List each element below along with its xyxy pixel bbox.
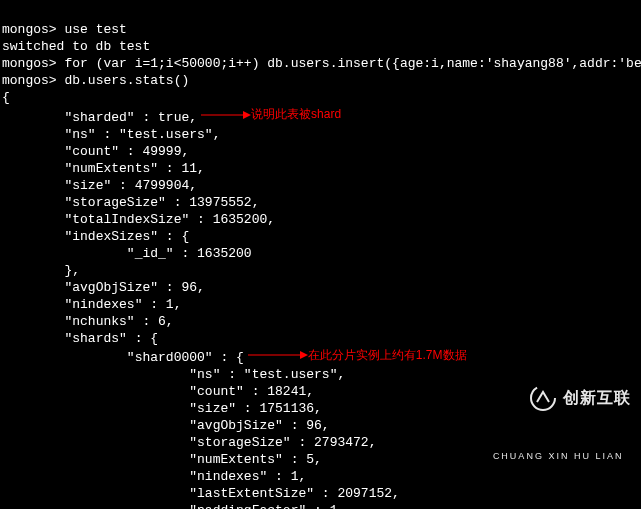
shard-storageSize: "storageSize" : 2793472, bbox=[189, 435, 376, 450]
stat-totalIndexSize: "totalIndexSize" : 1635200, bbox=[64, 212, 275, 227]
svg-marker-3 bbox=[300, 351, 308, 359]
annotation-sharded: 说明此表被shard bbox=[251, 106, 341, 123]
stat-storageSize: "storageSize" : 13975552, bbox=[64, 195, 259, 210]
stat-sharded-key: "sharded" bbox=[64, 110, 134, 125]
arrow-icon bbox=[201, 109, 251, 121]
watermark-logo: 创新互联 CHUANG XIN HU LIAN bbox=[493, 350, 631, 499]
shard-numExtents: "numExtents" : 5, bbox=[189, 452, 322, 467]
stat-shard0000-open: "shard0000" : { bbox=[127, 350, 244, 365]
shard-ns: "ns" : "test.users", bbox=[189, 367, 345, 382]
stat-indexSizes-id: "_id_" : 1635200 bbox=[127, 246, 252, 261]
svg-point-4 bbox=[531, 386, 555, 410]
cmd-use: use test bbox=[64, 22, 126, 37]
prompt: mongos> bbox=[2, 56, 57, 71]
prompt: mongos> bbox=[2, 73, 57, 88]
logo-icon bbox=[507, 367, 557, 433]
annotation-shard0000: 在此分片实例上约有1.7M数据 bbox=[308, 347, 467, 364]
arrow-icon bbox=[248, 349, 308, 361]
brace-open: { bbox=[2, 90, 10, 105]
stat-avgObjSize: "avgObjSize" : 96, bbox=[64, 280, 204, 295]
cmd-for: for (var i=1;i<50000;i++) db.users.inser… bbox=[64, 56, 641, 71]
output-switched: switched to db test bbox=[2, 39, 150, 54]
shard-size: "size" : 1751136, bbox=[189, 401, 322, 416]
logo-subtext: CHUANG XIN HU LIAN bbox=[493, 448, 631, 465]
shard-count: "count" : 18241, bbox=[189, 384, 314, 399]
stat-shards-open: "shards" : { bbox=[64, 331, 158, 346]
shard-lastExtentSize: "lastExtentSize" : 2097152, bbox=[189, 486, 400, 501]
stat-sharded-val: true, bbox=[158, 110, 197, 125]
stat-count: "count" : 49999, bbox=[64, 144, 189, 159]
svg-marker-1 bbox=[243, 111, 251, 119]
stat-size: "size" : 4799904, bbox=[64, 178, 197, 193]
stat-indexSizes-close: }, bbox=[64, 263, 80, 278]
stat-numExtents: "numExtents" : 11, bbox=[64, 161, 204, 176]
stat-ns: "ns" : "test.users", bbox=[64, 127, 220, 142]
shard-paddingFactor: "paddingFactor" : 1, bbox=[189, 503, 345, 509]
cmd-stats: db.users.stats() bbox=[64, 73, 189, 88]
logo-text: 创新互联 bbox=[563, 389, 631, 406]
stat-nindexes: "nindexes" : 1, bbox=[64, 297, 181, 312]
shard-avgObjSize: "avgObjSize" : 96, bbox=[189, 418, 329, 433]
prompt: mongos> bbox=[2, 22, 57, 37]
stat-indexSizes-open: "indexSizes" : { bbox=[64, 229, 189, 244]
shard-nindexes: "nindexes" : 1, bbox=[189, 469, 306, 484]
stat-nchunks: "nchunks" : 6, bbox=[64, 314, 173, 329]
terminal-output: mongos> use test switched to db test mon… bbox=[0, 0, 641, 509]
